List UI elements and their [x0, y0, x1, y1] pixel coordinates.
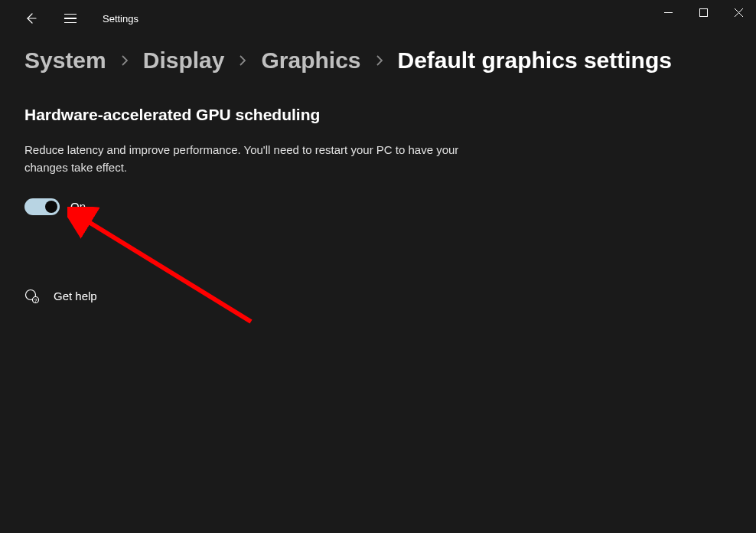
hamburger-icon [64, 14, 77, 24]
chevron-right-icon [238, 52, 247, 70]
section-description: Reduce latency and improve performance. … [24, 141, 468, 177]
get-help-link[interactable]: ? Get help [24, 289, 732, 304]
minimize-icon [664, 8, 673, 17]
svg-rect-1 [699, 8, 707, 16]
chevron-right-icon [120, 52, 129, 70]
svg-text:?: ? [34, 297, 37, 302]
minimize-button[interactable] [650, 0, 686, 25]
breadcrumb-current: Default graphics settings [398, 47, 672, 74]
breadcrumb: System Display Graphics Default graphics… [0, 37, 756, 92]
chevron-right-icon [375, 52, 384, 70]
maximize-icon [699, 8, 708, 17]
back-button[interactable] [15, 3, 46, 34]
breadcrumb-graphics[interactable]: Graphics [261, 47, 360, 74]
toggle-knob [45, 201, 57, 213]
app-title: Settings [103, 13, 138, 25]
help-label: Get help [54, 289, 97, 302]
help-icon: ? [24, 289, 40, 304]
gpu-scheduling-toggle[interactable] [24, 198, 60, 215]
arrow-left-icon [24, 12, 37, 25]
section-heading: Hardware-accelerated GPU scheduling [24, 106, 732, 124]
toggle-state-label: On [70, 200, 86, 213]
breadcrumb-system[interactable]: System [24, 47, 106, 74]
close-button[interactable] [721, 0, 756, 25]
menu-button[interactable] [55, 3, 86, 34]
close-icon [735, 8, 743, 17]
maximize-button[interactable] [686, 0, 721, 25]
breadcrumb-display[interactable]: Display [143, 47, 225, 74]
